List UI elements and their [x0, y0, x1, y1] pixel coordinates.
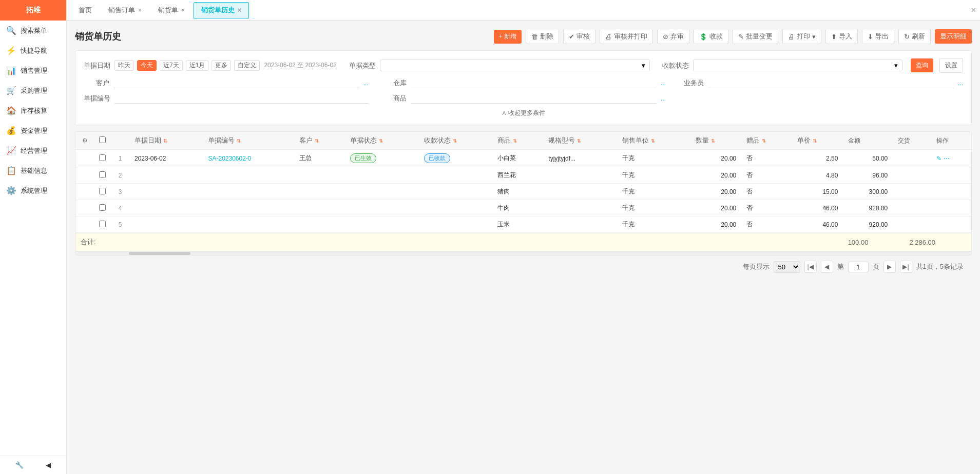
row-number[interactable]: [203, 167, 294, 184]
collect-button[interactable]: 💲 收款: [694, 29, 728, 44]
scrollbar-thumb[interactable]: [129, 252, 190, 255]
row-check[interactable]: [94, 216, 111, 233]
review-button[interactable]: ✔ 审核: [563, 29, 595, 44]
sidebar-item-search[interactable]: 🔍 搜索菜单: [0, 21, 66, 41]
spec-sort-icon[interactable]: ⇅: [577, 138, 581, 144]
date-btn-yesterday[interactable]: 昨天: [114, 60, 134, 71]
col-check[interactable]: [94, 132, 111, 150]
staff-more[interactable]: ...: [958, 80, 963, 87]
row-checkbox[interactable]: [99, 204, 106, 211]
sidebar-item-system[interactable]: ⚙️ 系统管理: [0, 181, 66, 201]
settings-button[interactable]: 设置: [939, 58, 963, 73]
tab-sales-order[interactable]: 销售订单 ×: [101, 2, 149, 18]
sidebar-item-sales[interactable]: 📊 销售管理: [0, 61, 66, 81]
review-print-button[interactable]: 🖨 审核并打印: [600, 29, 653, 44]
first-page-button[interactable]: |◀: [804, 261, 817, 273]
sidebar-settings[interactable]: 🔧 ◀: [0, 456, 66, 474]
refresh-button[interactable]: ↻ 刷新: [898, 29, 931, 44]
gift-sort-icon[interactable]: ⇅: [762, 138, 766, 144]
query-button[interactable]: 查询: [911, 58, 933, 72]
row-check[interactable]: [94, 200, 111, 216]
export-button[interactable]: ⬇ 导出: [862, 29, 894, 44]
goods-input[interactable]: [411, 93, 657, 104]
col-number[interactable]: 单据编号 ⇅: [203, 132, 294, 150]
tab-close-all[interactable]: ×: [971, 6, 976, 15]
row-check[interactable]: [94, 184, 111, 200]
unit-sort-icon[interactable]: ⇅: [651, 138, 655, 144]
col-spec[interactable]: 规格型号 ⇅: [543, 132, 617, 150]
row-number[interactable]: [203, 216, 294, 233]
col-gear[interactable]: ⚙: [75, 132, 94, 150]
number-input[interactable]: [114, 93, 369, 104]
per-page-select[interactable]: 10 20 50 100: [774, 261, 800, 273]
row-checkbox[interactable]: [99, 154, 106, 161]
status-sort-icon[interactable]: ⇅: [379, 138, 383, 144]
tab-sales-history[interactable]: 销货单历史 ×: [194, 2, 249, 18]
prev-page-button[interactable]: ◀: [821, 261, 833, 273]
date-btn-custom[interactable]: 自定义: [234, 60, 260, 71]
warehouse-more[interactable]: ...: [661, 80, 666, 87]
col-collect-status[interactable]: 收款状态 ⇅: [419, 132, 492, 150]
customer-sort-icon[interactable]: ⇅: [315, 138, 319, 144]
goods-sort-icon[interactable]: ⇅: [513, 138, 517, 144]
sidebar-item-operation[interactable]: 📈 经营管理: [0, 141, 66, 161]
sidebar-item-finance[interactable]: 💰 资金管理: [0, 121, 66, 141]
collapse-button[interactable]: ∧ 收起更多条件: [84, 109, 963, 117]
date-sort-icon[interactable]: ⇅: [163, 138, 167, 144]
delete-button[interactable]: 🗑 删除: [526, 29, 559, 44]
sidebar-item-purchase[interactable]: 🛒 采购管理: [0, 81, 66, 101]
col-unit[interactable]: 销售单位 ⇅: [617, 132, 690, 150]
date-btn-today[interactable]: 今天: [137, 60, 157, 71]
batch-change-button[interactable]: ✎ 批量变更: [733, 29, 778, 44]
customer-input[interactable]: [113, 78, 359, 88]
tab-sales-goods-close[interactable]: ×: [181, 7, 185, 14]
new-button[interactable]: + 新增: [494, 30, 522, 44]
sidebar-item-shortcut[interactable]: ⚡ 快捷导航: [0, 41, 66, 61]
customer-more[interactable]: ...: [363, 80, 369, 87]
row-number[interactable]: [203, 200, 294, 216]
show-detail-button[interactable]: 显示明细: [935, 29, 972, 44]
row-checkbox[interactable]: [99, 188, 106, 194]
next-page-button[interactable]: ▶: [883, 261, 896, 273]
col-quantity[interactable]: 数量 ⇅: [690, 132, 741, 150]
action-更多[interactable]: ⋯: [944, 155, 950, 162]
tab-sales-goods[interactable]: 销货单 ×: [150, 2, 193, 18]
tab-sales-history-close[interactable]: ×: [238, 7, 241, 14]
row-number[interactable]: [203, 184, 294, 200]
page-number-input[interactable]: 1: [848, 262, 869, 272]
row-checkbox[interactable]: [99, 171, 106, 178]
staff-input[interactable]: [708, 78, 954, 88]
action-编辑[interactable]: ✎: [936, 155, 943, 162]
sidebar-item-inventory[interactable]: 🏠 库存核算: [0, 101, 66, 121]
col-gift[interactable]: 赠品 ⇅: [741, 132, 792, 150]
collect-sort-icon[interactable]: ⇅: [453, 138, 457, 144]
warehouse-input[interactable]: [411, 78, 657, 88]
col-customer[interactable]: 客户 ⇅: [294, 132, 345, 150]
row-checkbox[interactable]: [99, 221, 106, 227]
collapse-icon[interactable]: ◀: [46, 461, 51, 469]
row-number[interactable]: SA-20230602-0: [203, 150, 294, 167]
collect-select[interactable]: ▾: [693, 60, 902, 71]
tab-sales-order-close[interactable]: ×: [138, 7, 142, 14]
col-date[interactable]: 单据日期 ⇅: [129, 132, 203, 150]
horizontal-scrollbar[interactable]: [75, 251, 971, 255]
date-btn-7days[interactable]: 近7天: [160, 60, 183, 71]
col-price[interactable]: 单价 ⇅: [792, 132, 843, 150]
tab-home[interactable]: 首页: [71, 2, 100, 18]
col-goods[interactable]: 商品 ⇅: [492, 132, 543, 150]
col-status[interactable]: 单据状态 ⇅: [345, 132, 418, 150]
sidebar-item-basic[interactable]: 📋 基础信息: [0, 161, 66, 181]
date-btn-1month[interactable]: 近1月: [186, 60, 209, 71]
abandon-button[interactable]: ⊘ 弃审: [657, 29, 689, 44]
date-btn-more[interactable]: 更多: [212, 60, 231, 71]
type-select[interactable]: ▾: [380, 60, 650, 71]
print-button[interactable]: 🖨 打印 ▾: [782, 29, 821, 44]
select-all-checkbox[interactable]: [99, 136, 106, 143]
price-sort-icon[interactable]: ⇅: [813, 138, 817, 144]
row-check[interactable]: [94, 150, 111, 167]
quantity-sort-icon[interactable]: ⇅: [711, 138, 715, 144]
row-check[interactable]: [94, 167, 111, 184]
goods-more[interactable]: ...: [661, 95, 666, 102]
number-sort-icon[interactable]: ⇅: [237, 138, 241, 144]
last-page-button[interactable]: ▶|: [900, 261, 912, 273]
